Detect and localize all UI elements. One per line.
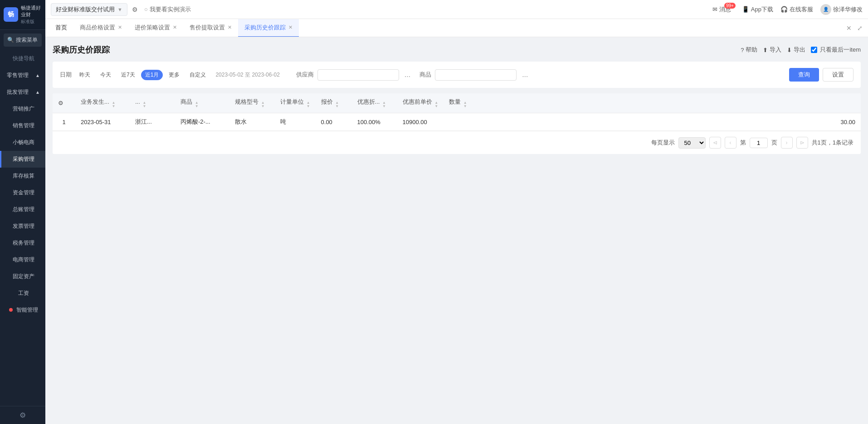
sidebar-item-smart[interactable]: 智能管理 bbox=[0, 302, 45, 318]
sidebar-item-inventory[interactable]: 库存核算 bbox=[0, 168, 45, 184]
th-dots[interactable]: ... ▲▼ bbox=[130, 93, 175, 113]
page-number-input[interactable] bbox=[750, 138, 768, 148]
th-date[interactable]: 业务发生... ▲▼ bbox=[75, 93, 130, 113]
tab-close-product-price[interactable]: ✕ bbox=[118, 24, 122, 30]
sidebar-item-marketing[interactable]: 营销推广 bbox=[0, 101, 45, 117]
page-last-button[interactable]: ⊳ bbox=[796, 137, 808, 149]
smart-dot-icon bbox=[9, 308, 13, 312]
sidebar-item-asset[interactable]: 固定资产 bbox=[0, 268, 45, 285]
cell-unit: 吨 bbox=[275, 113, 316, 131]
settings-icon[interactable]: ⚙ bbox=[20, 411, 26, 419]
only-last-checkbox[interactable] bbox=[811, 47, 817, 53]
export-button[interactable]: ⬇ 导出 bbox=[787, 46, 805, 54]
page-next-button[interactable]: › bbox=[781, 137, 793, 149]
page-suffix: 页 bbox=[771, 139, 777, 147]
app-download-icon: 📱 bbox=[742, 6, 749, 13]
sidebar-item-salary[interactable]: 工资 bbox=[0, 285, 45, 302]
th-qty[interactable]: 数量 ▲▼ bbox=[444, 93, 861, 113]
user-menu[interactable]: 👤 徐泽华修改 bbox=[820, 4, 863, 15]
per-page-label: 每页显示 bbox=[651, 139, 675, 147]
logo-icon: 畅 bbox=[4, 7, 18, 22]
import-icon: ⬆ bbox=[763, 47, 768, 53]
sidebar-item-sales[interactable]: 销售管理 bbox=[0, 117, 45, 134]
date-btn-last1month[interactable]: 近1月 bbox=[141, 70, 163, 80]
sort-icon-product: ▲▼ bbox=[195, 101, 199, 108]
table-header: ⚙ 业务发生... ▲▼ ... ▲▼ 商品 ▲▼ bbox=[53, 93, 861, 113]
sidebar-item-invoice[interactable]: 发票管理 bbox=[0, 218, 45, 235]
main-area: 好业财标准版交付试用 ▼ ⚙ ○ 我要看实例演示 ✉ 消息 99+ 📱 App下… bbox=[45, 0, 868, 424]
th-unit[interactable]: 计量单位 ▲▼ bbox=[275, 93, 316, 113]
filter-action-buttons: 查询 设置 bbox=[789, 68, 853, 82]
th-spec[interactable]: 规格型号 ▲▼ bbox=[229, 93, 275, 113]
sort-icon-before-discount: ▲▼ bbox=[434, 101, 438, 108]
message-button[interactable]: ✉ 消息 99+ bbox=[712, 5, 731, 14]
th-before-discount[interactable]: 优惠前单价 ▲▼ bbox=[397, 93, 444, 113]
product-input[interactable] bbox=[435, 69, 517, 81]
app-download-button[interactable]: 📱 App下载 bbox=[742, 5, 773, 14]
tab-home[interactable]: 首页 bbox=[49, 19, 73, 37]
export-icon: ⬇ bbox=[787, 47, 792, 53]
date-btn-custom[interactable]: 自定义 bbox=[185, 70, 210, 80]
settings-button[interactable]: 设置 bbox=[823, 68, 853, 82]
search-menu-button[interactable]: 🔍 搜索菜单 bbox=[4, 34, 42, 47]
total-info: 共1页，1条记录 bbox=[812, 139, 853, 147]
page-prev-button[interactable]: ‹ bbox=[725, 137, 736, 149]
sidebar-item-finance[interactable]: 资金管理 bbox=[0, 184, 45, 201]
topbar-gear-icon[interactable]: ⚙ bbox=[132, 6, 138, 13]
tab-expand-icon[interactable]: ⤢ bbox=[855, 23, 864, 34]
date-btn-today[interactable]: 今天 bbox=[96, 70, 115, 80]
query-button[interactable]: 查询 bbox=[789, 68, 819, 82]
topbar-right: ✉ 消息 99+ 📱 App下载 🎧 在线客服 👤 徐泽华修改 bbox=[712, 4, 863, 15]
supplier-filter-label: 供应商 bbox=[296, 71, 314, 79]
th-discount[interactable]: 优惠折... ▲▼ bbox=[352, 93, 397, 113]
sidebar-item-ecommerce[interactable]: 电商管理 bbox=[0, 251, 45, 268]
sidebar-item-retail[interactable]: 零售管理 ▲ bbox=[0, 67, 45, 84]
sidebar-item-ecommerce-small[interactable]: 小畅电商 bbox=[0, 134, 45, 151]
sidebar-item-wholesale[interactable]: 批发管理 ▲ bbox=[0, 84, 45, 101]
sidebar-item-ledger[interactable]: 总账管理 bbox=[0, 201, 45, 218]
product-dots-button[interactable]: ... bbox=[520, 71, 530, 79]
version-selector[interactable]: 好业财标准版交付试用 ▼ bbox=[51, 3, 127, 16]
help-button[interactable]: ? 帮助 bbox=[741, 46, 757, 54]
tab-close-all-icon[interactable]: ✕ bbox=[844, 23, 853, 34]
tabbar-actions: ✕ ⤢ bbox=[844, 23, 864, 34]
date-btn-yesterday[interactable]: 昨天 bbox=[75, 70, 94, 80]
tab-close-sale-price[interactable]: ✕ bbox=[228, 24, 232, 30]
tab-purchase-history[interactable]: 采购历史价跟踪 ✕ bbox=[238, 19, 299, 37]
th-product[interactable]: 商品 ▲▼ bbox=[175, 93, 229, 113]
date-btn-more[interactable]: 更多 bbox=[165, 70, 184, 80]
data-table-container: ⚙ 业务发生... ▲▼ ... ▲▼ 商品 ▲▼ bbox=[53, 93, 861, 154]
page-content: 采购历史价跟踪 ? 帮助 ⬆ 导入 ⬇ 导出 只看最后一item bbox=[45, 37, 868, 424]
tab-product-price[interactable]: 商品价格设置 ✕ bbox=[73, 19, 128, 37]
filter-area: 日期 昨天 今天 近7天 近1月 更多 自定义 2023-05-02 至 202… bbox=[53, 62, 861, 88]
tabbar: 首页 商品价格设置 ✕ 进价策略设置 ✕ 售价提取设置 ✕ 采购历史价跟踪 ✕ … bbox=[45, 19, 868, 37]
sidebar-item-quick-nav[interactable]: 快捷导航 bbox=[0, 50, 45, 67]
sort-icon-dots: ▲▼ bbox=[142, 101, 146, 108]
per-page-select[interactable]: 20 50 100 200 bbox=[678, 137, 706, 149]
demo-link[interactable]: ○ 我要看实例演示 bbox=[144, 5, 191, 14]
selector-arrow-icon: ▼ bbox=[117, 7, 122, 12]
table-body: 1 2023-05-31 浙江... 丙烯酸-2-... 散水 吨 0.00 1… bbox=[53, 113, 861, 131]
filter-row: 日期 昨天 今天 近7天 近1月 更多 自定义 2023-05-02 至 202… bbox=[60, 68, 853, 82]
sidebar-bottom: ⚙ bbox=[0, 406, 45, 424]
cell-qty: 30.00 bbox=[444, 113, 861, 131]
tab-purchase-strategy[interactable]: 进价策略设置 ✕ bbox=[128, 19, 183, 37]
cell-spec: 散水 bbox=[229, 113, 275, 131]
cell-supplier: 浙江... bbox=[130, 113, 175, 131]
tab-sale-price[interactable]: 售价提取设置 ✕ bbox=[183, 19, 238, 37]
tab-close-purchase-history[interactable]: ✕ bbox=[288, 24, 293, 30]
page-first-button[interactable]: ⊲ bbox=[709, 137, 721, 149]
supplier-input[interactable] bbox=[317, 69, 399, 81]
tab-close-purchase-strategy[interactable]: ✕ bbox=[173, 24, 177, 30]
sidebar-item-tax[interactable]: 税务管理 bbox=[0, 235, 45, 251]
help-icon: ? bbox=[741, 47, 744, 53]
date-btn-last7[interactable]: 近7天 bbox=[117, 70, 139, 80]
page-title: 采购历史价跟踪 bbox=[53, 44, 110, 55]
th-gear[interactable]: ⚙ bbox=[53, 93, 75, 113]
th-quote[interactable]: 报价 ▲▼ bbox=[316, 93, 352, 113]
date-range-buttons: 昨天 今天 近7天 近1月 更多 自定义 bbox=[75, 70, 210, 80]
import-button[interactable]: ⬆ 导入 bbox=[763, 46, 781, 54]
sidebar-item-purchase[interactable]: 采购管理 bbox=[0, 151, 45, 168]
online-service-button[interactable]: 🎧 在线客服 bbox=[780, 5, 813, 14]
supplier-dots-button[interactable]: ... bbox=[403, 71, 412, 79]
